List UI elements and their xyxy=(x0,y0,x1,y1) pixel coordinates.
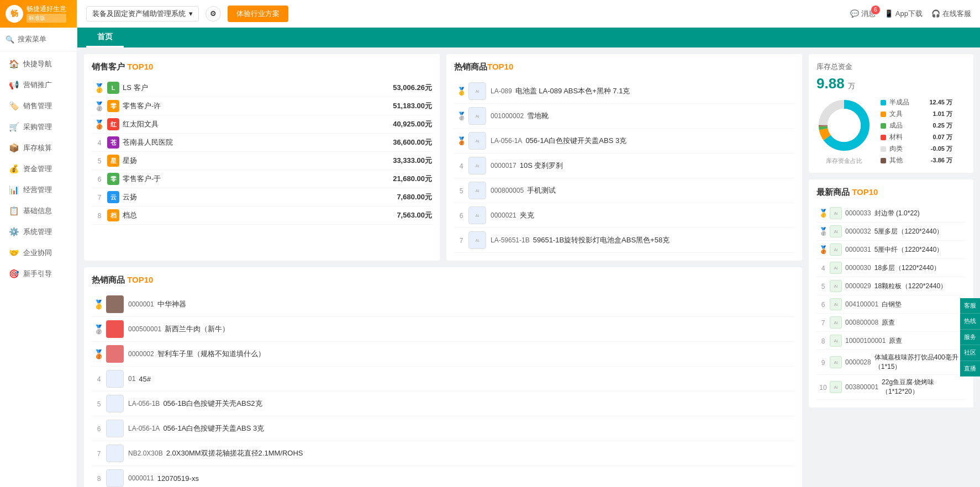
topbar: 装备及固定资产辅助管理系统 ▾ ⚙ 体验行业方案 💬 消息 6 📱 App下载 … xyxy=(77,0,980,28)
rank-num: 8 xyxy=(98,212,102,220)
operation-icon: 📊 xyxy=(9,185,19,195)
hot-product-code: 01 xyxy=(128,375,135,383)
customer-row: 🥈 零 零售客户-许 51,183.00元 xyxy=(92,97,432,115)
sidebar-item-purchase[interactable]: 🛒 采购管理 xyxy=(0,117,77,137)
sidebar-item-finance[interactable]: 💰 资金管理 xyxy=(0,158,77,179)
customer-amount: 51,183.00元 xyxy=(393,101,432,111)
finance-icon: 💰 xyxy=(9,164,19,174)
hot-product-img: Ai xyxy=(468,207,486,224)
new-product-name: 白钢垫 xyxy=(882,300,966,309)
hot-product-name: 10S 变刹罗刹 xyxy=(520,161,794,171)
sidebar-item-guide[interactable]: 🎯 新手引导 xyxy=(0,263,77,284)
new-products-title: 最新商品 TOP10 xyxy=(816,187,966,198)
sidebar-search-area[interactable]: 🔍 搜索菜单 xyxy=(0,28,77,51)
new-product-row: 🥇 Ai 0000033 封边带 (1.0*22) xyxy=(816,204,966,223)
logo-tag: 标准版 xyxy=(27,14,66,23)
customer-amount: 53,006.26元 xyxy=(393,83,432,93)
sidebar-item-system[interactable]: ⚙️ 系统管理 xyxy=(0,221,77,242)
sidebar-item-operation[interactable]: 📊 经营管理 xyxy=(0,179,77,200)
sidebar-item-inventory[interactable]: 📦 库存核算 xyxy=(0,137,77,158)
new-product-row: 8 Ai 10000100001 原查 xyxy=(816,332,966,350)
settings-button[interactable]: ⚙ xyxy=(206,6,221,22)
rank-medal: 4 xyxy=(92,139,107,147)
hot-product-img xyxy=(106,395,124,412)
system-select[interactable]: 装备及固定资产辅助管理系统 ▾ xyxy=(86,6,199,22)
float-service-item[interactable]: 热线 xyxy=(960,314,980,329)
hot-rank: 4 xyxy=(454,162,468,170)
new-product-code: 003800001 xyxy=(845,383,878,391)
customer-avatar: 零 xyxy=(107,100,119,112)
online-service-label: 在线客服 xyxy=(942,9,971,19)
new-product-rank: 6 xyxy=(816,300,830,309)
guide-icon: 🎯 xyxy=(9,269,19,279)
hot-product-code: LA-056-1A xyxy=(128,425,160,432)
legend-dot xyxy=(881,112,886,117)
rank-medal: 🥉 xyxy=(92,119,107,130)
hot-product-code: 0000017 xyxy=(491,162,517,170)
logo-title: 畅捷通好生意 xyxy=(27,5,66,14)
hot-bottom-row: 5 LA-056-1B 056-1B白色按键开关壳ABS2克 xyxy=(92,391,794,416)
main-area: 装备及固定资产辅助管理系统 ▾ ⚙ 体验行业方案 💬 消息 6 📱 App下载 … xyxy=(77,0,980,487)
new-product-rank: 5 xyxy=(816,282,830,290)
tab-home[interactable]: 首页 xyxy=(86,28,124,47)
hot-product-name: 056-1B白色按键开关壳ABS2克 xyxy=(163,399,794,409)
hot-product-code: LA-056-1B xyxy=(128,400,160,407)
hot-product-row: 7 Ai LA-59651-1B 59651-1B旋转投影灯电池盒ABS黑色+5… xyxy=(454,228,794,253)
new-product-code: 0000033 xyxy=(845,209,871,217)
message-button[interactable]: 💬 消息 6 xyxy=(850,9,876,19)
basic-info-icon: 📋 xyxy=(9,206,19,216)
customer-row: 8 档 档总 7,563.00元 xyxy=(92,207,432,225)
sidebar-item-quick-nav[interactable]: 🏠 快捷导航 xyxy=(0,54,77,75)
float-service-item[interactable]: 社区 xyxy=(960,345,980,361)
sidebar-item-marketing[interactable]: 📢 营销推广 xyxy=(0,75,77,96)
hot-product-img xyxy=(106,469,124,487)
new-product-img: Ai xyxy=(830,298,842,310)
new-product-img: Ai xyxy=(830,262,842,274)
new-product-code: 0000032 xyxy=(845,227,871,235)
hot-rank: 8 xyxy=(92,474,106,483)
rank-medal: 5 xyxy=(92,157,107,165)
sidebar-item-cooperation[interactable]: 🤝 企业协同 xyxy=(0,242,77,263)
legend-value: 0.07 万 xyxy=(933,133,952,141)
hot-product-name: 056-1A白色按键开关盖ABS 3克 xyxy=(525,136,794,146)
float-service-item[interactable]: 客服 xyxy=(960,298,980,314)
logo-icon: 畅 xyxy=(6,5,23,23)
hot-rank: 🥈 xyxy=(454,112,468,120)
legend-label: 其他 xyxy=(889,156,928,165)
legend-dot xyxy=(881,146,886,152)
rank-medal: 6 xyxy=(92,175,107,183)
legend-item: 材料 0.07 万 xyxy=(881,133,952,142)
inventory-card: 库存总资金 9.88 万 xyxy=(809,54,973,173)
search-menu-button[interactable]: 🔍 搜索菜单 xyxy=(6,32,71,46)
sidebar-item-label-inventory: 库存核算 xyxy=(23,143,52,153)
app-download-button[interactable]: 📱 App下载 xyxy=(884,9,923,19)
hot-products-bottom-title: 热销商品 TOP10 xyxy=(92,275,794,285)
float-service-item[interactable]: 直播 xyxy=(960,361,980,377)
online-service-button[interactable]: 🎧 在线客服 xyxy=(931,9,971,19)
customer-name: 零售客户-于 xyxy=(123,174,393,184)
customer-avatar: 红 xyxy=(107,118,119,130)
new-product-row: 4 Ai 0000030 18多层（1220*2440） xyxy=(816,259,966,277)
sidebar-item-sales[interactable]: 🏷️ 销售管理 xyxy=(0,96,77,117)
new-product-rank: 9 xyxy=(816,358,830,367)
rank-num: 4 xyxy=(98,139,102,147)
new-product-row: 10 Ai 003800001 22g鱼豆腐·烧烤味（1*12*20） xyxy=(816,375,966,400)
rank-medal: 🥈 xyxy=(92,101,107,112)
new-product-name: 18颗粒板（1220*2440） xyxy=(874,282,966,291)
customer-avatar: 星 xyxy=(107,155,119,167)
customer-name: 云扬 xyxy=(123,192,397,202)
try-button[interactable]: 体验行业方案 xyxy=(228,6,288,22)
hot-product-code: 0000021 xyxy=(491,211,517,219)
hot-bottom-row: 8 0000011 12070519-xs xyxy=(92,466,794,487)
legend-label: 成品 xyxy=(889,121,930,130)
sidebar-item-basic-info[interactable]: 📋 基础信息 xyxy=(0,200,77,221)
new-product-name: 22g鱼豆腐·烧烤味（1*12*20） xyxy=(882,378,966,396)
inventory-ratio-label: 库存资金占比 xyxy=(816,157,872,165)
hot-bottom-row: 6 LA-056-1A 056-1A白色按键开关盖ABS 3克 xyxy=(92,416,794,441)
float-service-item[interactable]: 服务 xyxy=(960,330,980,345)
customer-avatar: 档 xyxy=(107,209,119,221)
sidebar-item-label-finance: 资金管理 xyxy=(23,164,52,174)
hot-rank: 6 xyxy=(92,425,106,433)
hot-products-right-card: 热销商品TOP10 🥇 Ai LA-089 电池盖 LA-089 ABS本色+黑… xyxy=(446,54,802,261)
new-product-rank: 4 xyxy=(816,264,830,272)
